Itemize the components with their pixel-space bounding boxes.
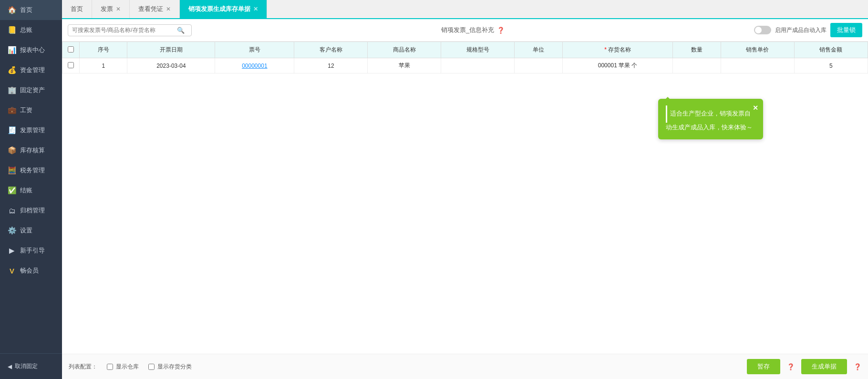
row-spec (441, 58, 515, 74)
toolbar-center: 销项发票_信息补充 ❓ (196, 26, 749, 34)
info-label: 销项发票_信息补充 (441, 26, 494, 34)
sidebar-item-settle[interactable]: ✅ 结账 (0, 180, 62, 200)
sidebar-item-home[interactable]: 🏠 首页 (0, 0, 62, 20)
toggle-label: 启用产成品自动入库 (775, 26, 827, 34)
footer: 列表配置： 显示仓库 显示存货分类 暂存 ❓ 生成单据 ❓ (62, 354, 868, 379)
generate-button[interactable]: 生成单据 (801, 359, 847, 374)
save-button[interactable]: 暂存 (747, 359, 780, 374)
content-area: 🔍 销项发票_信息补充 ❓ 启用产成品自动入库 批量锁 (62, 19, 868, 379)
auto-warehouse-toggle[interactable] (754, 26, 771, 34)
th-date: 开票日期 (127, 42, 215, 58)
report-icon: 📊 (8, 46, 16, 54)
batch-lock-button[interactable]: 批量锁 (830, 23, 862, 37)
row-check-cell (62, 58, 80, 74)
th-inventory: 存货名称 (562, 42, 673, 58)
tooltip-close-button[interactable]: ✕ (753, 103, 758, 113)
sidebar-item-assets[interactable]: 🏢 固定资产 (0, 80, 62, 100)
tooltip-text: 适合生产型企业，销项发票自动生成产成品入库，快来体验～ (666, 110, 753, 131)
show-warehouse-label: 显示仓库 (116, 363, 139, 371)
tax-icon: 🧮 (8, 166, 16, 175)
search-box[interactable]: 🔍 (68, 24, 192, 36)
show-category-label: 显示存货分类 (157, 363, 192, 371)
tab-invoice-close[interactable]: ✕ (116, 6, 121, 12)
sidebar-item-tax[interactable]: 🧮 税务管理 (0, 160, 62, 180)
assets-icon: 🏢 (8, 86, 16, 95)
sidebar-item-hr[interactable]: 💼 工资 (0, 100, 62, 120)
row-ticket-no[interactable]: 00000001 (215, 58, 294, 74)
row-customer: 12 (294, 58, 368, 74)
show-warehouse-group: 显示仓库 (107, 363, 139, 371)
row-quantity (673, 58, 721, 74)
row-unit (515, 58, 562, 74)
sidebar-item-archive[interactable]: 🗂 归档管理 (0, 200, 62, 221)
select-all-checkbox[interactable] (68, 46, 74, 53)
row-date: 2023-03-04 (127, 58, 215, 74)
sidebar-item-ledger[interactable]: 📒 总账 (0, 20, 62, 40)
show-warehouse-checkbox[interactable] (107, 364, 113, 370)
footer-buttons: 暂存 ❓ 生成单据 ❓ (747, 359, 861, 374)
generate-help-icon[interactable]: ❓ (854, 363, 861, 370)
home-icon: 🏠 (8, 6, 16, 14)
th-unit-price: 销售单价 (721, 42, 794, 58)
search-input[interactable] (72, 27, 177, 33)
tab-generate[interactable]: 销项发票生成库存单据 ✕ (180, 0, 267, 18)
row-product: 苹果 (368, 58, 441, 74)
row-inventory: 000001 苹果 个 (562, 58, 673, 74)
th-ticket-no: 票号 (215, 42, 294, 58)
toolbar: 🔍 销项发票_信息补充 ❓ 启用产成品自动入库 批量锁 (62, 19, 868, 42)
help-icon[interactable]: ❓ (497, 27, 505, 34)
settle-icon: ✅ (8, 186, 16, 195)
sidebar-item-report[interactable]: 📊 报表中心 (0, 40, 62, 60)
sidebar-item-invoice[interactable]: 🧾 发票管理 (0, 120, 62, 140)
inventory-icon: 📦 (8, 146, 16, 155)
tooltip-bar (666, 105, 667, 123)
show-category-group: 显示存货分类 (148, 363, 192, 371)
sidebar-item-settings[interactable]: ⚙️ 设置 (0, 221, 62, 241)
pin-sidebar-button[interactable]: ◀ 取消固定 (0, 358, 62, 375)
sidebar-item-inventory[interactable]: 📦 库存核算 (0, 140, 62, 160)
ledger-icon: 📒 (8, 26, 16, 34)
th-spec: 规格型号 (441, 42, 515, 58)
th-product: 商品名称 (368, 42, 441, 58)
row-unit-price (721, 58, 794, 74)
row-amount: 5 (794, 58, 868, 74)
show-category-checkbox[interactable] (148, 364, 155, 370)
sidebar: 🏠 首页 📒 总账 📊 报表中心 💰 资金管理 🏢 固定资产 💼 工资 🧾 发票… (0, 0, 62, 379)
th-unit: 单位 (515, 42, 562, 58)
tab-bar: 首页 发票 ✕ 查看凭证 ✕ 销项发票生成库存单据 ✕ (62, 0, 868, 19)
th-seq: 序号 (80, 42, 127, 58)
guide-icon: ▶ (8, 246, 16, 255)
save-help-icon[interactable]: ❓ (787, 363, 795, 370)
th-check (62, 42, 80, 58)
toolbar-right: 启用产成品自动入库 批量锁 (754, 23, 862, 37)
settings-icon: ⚙️ (8, 226, 16, 235)
pin-icon: ◀ (8, 363, 12, 370)
th-quantity: 数量 (673, 42, 721, 58)
main-area: 首页 发票 ✕ 查看凭证 ✕ 销项发票生成库存单据 ✕ 🔍 销项发票_信息补充 … (62, 0, 868, 379)
tab-invoice[interactable]: 发票 ✕ (92, 0, 130, 18)
th-amount: 销售金额 (794, 42, 868, 58)
capital-icon: 💰 (8, 66, 16, 74)
tab-generate-close[interactable]: ✕ (253, 6, 258, 12)
row-seq: 1 (80, 58, 127, 74)
sidebar-item-guide[interactable]: ▶ 新手引导 (0, 241, 62, 261)
th-customer: 客户名称 (294, 42, 368, 58)
invoice-icon: 🧾 (8, 126, 16, 135)
hr-icon: 💼 (8, 106, 16, 115)
tab-voucher-close[interactable]: ✕ (166, 6, 171, 12)
table-container: 序号 开票日期 票号 客户名称 商品名称 规格型号 单位 存货名称 数量 销售单… (62, 42, 868, 354)
tab-voucher[interactable]: 查看凭证 ✕ (130, 0, 180, 18)
vip-icon: V (8, 267, 16, 275)
tab-home[interactable]: 首页 (62, 0, 92, 18)
sidebar-item-vip[interactable]: V 畅会员 (0, 261, 62, 281)
table-row: 1 2023-03-04 00000001 12 苹果 000001 苹果 个 … (62, 58, 868, 74)
footer-list-config-label: 列表配置： (69, 363, 97, 371)
tooltip-box: ✕ 适合生产型企业，销项发票自动生成产成品入库，快来体验～ (658, 99, 763, 139)
search-icon: 🔍 (177, 27, 185, 34)
row-checkbox[interactable] (68, 62, 74, 68)
main-table: 序号 开票日期 票号 客户名称 商品名称 规格型号 单位 存货名称 数量 销售单… (62, 42, 868, 74)
archive-icon: 🗂 (8, 207, 16, 215)
sidebar-item-capital[interactable]: 💰 资金管理 (0, 60, 62, 80)
